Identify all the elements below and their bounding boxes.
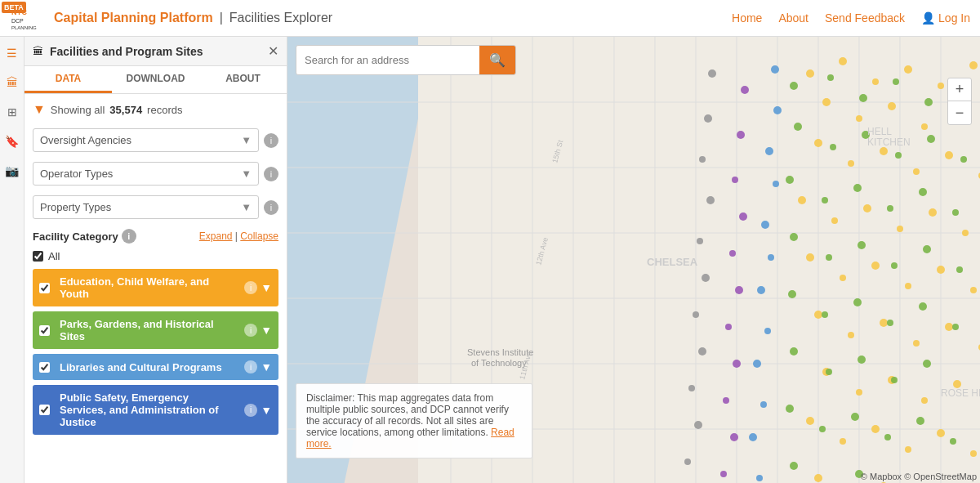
- svg-point-101: [858, 241, 866, 249]
- search-button[interactable]: 🔍: [479, 46, 515, 74]
- map-background: Stevens Institute of Technology CHELSEA …: [287, 37, 980, 483]
- svg-point-62: [945, 323, 953, 331]
- education-checkbox[interactable]: [39, 283, 50, 293]
- svg-point-60: [880, 319, 888, 327]
- parks-info-icon[interactable]: i: [244, 324, 257, 337]
- nav-home[interactable]: Home: [732, 11, 762, 25]
- icon-bar: ☰ 🏛 ⊞ 🔖 📷: [0, 37, 24, 483]
- facility-category-section: Facility Category i Expand | Collapse Al…: [33, 229, 278, 435]
- svg-point-123: [950, 438, 956, 445]
- svg-point-139: [756, 475, 763, 481]
- svg-point-141: [737, 131, 745, 139]
- facility-category-info-icon[interactable]: i: [122, 229, 136, 244]
- property-label: Property Types: [40, 201, 111, 213]
- icon-bar-building[interactable]: 🏛: [2, 73, 22, 92]
- svg-point-35: [888, 102, 896, 110]
- property-info-icon[interactable]: i: [264, 200, 278, 215]
- zoom-out-button[interactable]: −: [948, 101, 971, 124]
- parks-checkbox[interactable]: [39, 325, 50, 336]
- svg-point-79: [790, 82, 798, 90]
- svg-point-92: [786, 176, 794, 184]
- icon-bar-layers[interactable]: ⊞: [2, 102, 22, 122]
- svg-point-91: [960, 156, 967, 163]
- app-title: Capital Planning Platform: [54, 11, 213, 25]
- oversight-info-icon[interactable]: i: [264, 133, 278, 148]
- svg-point-150: [720, 471, 727, 477]
- icon-bar-menu[interactable]: ☰: [2, 43, 22, 63]
- svg-point-28: [839, 57, 847, 65]
- svg-point-59: [848, 332, 854, 338]
- svg-point-138: [749, 433, 757, 441]
- sidebar-content: ▼ Showing all 35,574 records Oversight A…: [24, 94, 287, 483]
- svg-text:ROSE HILL: ROSE HILL: [941, 387, 980, 399]
- category-parks: Parks, Gardens, and Historical Sites i ▼: [33, 311, 278, 349]
- safety-checkbox-area: [33, 385, 56, 435]
- operator-chevron-icon: ▼: [241, 168, 252, 180]
- svg-point-145: [735, 286, 743, 294]
- svg-point-130: [765, 147, 773, 155]
- svg-point-111: [952, 324, 959, 330]
- svg-point-158: [698, 347, 706, 356]
- safety-expand-icon[interactable]: ▼: [261, 404, 272, 417]
- svg-point-125: [790, 462, 798, 470]
- svg-point-109: [887, 320, 893, 326]
- parks-expand-icon[interactable]: ▼: [261, 324, 272, 337]
- svg-point-129: [773, 106, 782, 114]
- svg-point-156: [702, 274, 710, 282]
- svg-point-53: [840, 275, 846, 281]
- libraries-info-icon[interactable]: i: [244, 360, 257, 373]
- education-expand-icon[interactable]: ▼: [261, 281, 272, 294]
- safety-checkbox[interactable]: [39, 405, 50, 415]
- search-input[interactable]: [296, 47, 479, 73]
- icon-bar-camera[interactable]: 📷: [2, 161, 22, 181]
- education-checkbox-area: [33, 269, 56, 306]
- disclaimer-text: Disclaimer: This map aggregates data fro…: [306, 392, 509, 438]
- svg-point-99: [790, 233, 798, 241]
- education-info-icon[interactable]: i: [244, 281, 257, 294]
- property-dropdown[interactable]: Property Types ▼: [33, 195, 259, 219]
- oversight-dropdown[interactable]: Oversight Agencies ▼: [33, 128, 259, 152]
- parks-label: Parks, Gardens, and Historical Sites: [56, 311, 238, 349]
- svg-point-30: [904, 65, 912, 74]
- icon-bar-bookmark[interactable]: 🔖: [2, 132, 22, 151]
- svg-point-55: [905, 283, 911, 289]
- svg-point-151: [708, 69, 716, 78]
- zoom-in-button[interactable]: +: [948, 78, 971, 101]
- nav-feedback[interactable]: Send Feedback: [825, 11, 905, 25]
- tab-about[interactable]: ABOUT: [199, 66, 287, 93]
- libraries-expand-icon[interactable]: ▼: [261, 360, 272, 373]
- sidebar-close-button[interactable]: ✕: [268, 43, 278, 59]
- nav-login[interactable]: 👤 Log In: [921, 11, 970, 25]
- svg-point-27: [806, 69, 814, 78]
- category-education: Education, Child Welfare, and Youth i ▼: [33, 269, 278, 306]
- svg-point-71: [840, 438, 846, 445]
- record-count-suffix: records: [147, 104, 182, 116]
- tab-download[interactable]: DOWNLOAD: [112, 66, 199, 93]
- expand-link[interactable]: Expand: [199, 230, 233, 242]
- svg-point-110: [919, 302, 927, 311]
- libraries-checkbox[interactable]: [39, 362, 50, 373]
- svg-point-140: [741, 86, 749, 94]
- oversight-dropdown-row: Oversight Agencies ▼ i: [33, 128, 278, 152]
- tab-data[interactable]: DATA: [24, 66, 112, 93]
- nav-about[interactable]: About: [778, 11, 808, 25]
- svg-point-137: [760, 401, 767, 408]
- parks-checkbox-area: [33, 311, 56, 349]
- svg-point-118: [786, 405, 794, 413]
- svg-point-152: [704, 114, 712, 123]
- svg-point-75: [970, 450, 977, 457]
- safety-info-icon[interactable]: i: [244, 404, 257, 417]
- collapse-link[interactable]: Collapse: [240, 230, 278, 242]
- libraries-label: Libraries and Cultural Programs: [56, 354, 238, 380]
- map-area[interactable]: 🔍: [287, 37, 980, 483]
- all-label: All: [48, 250, 60, 262]
- expand-collapse: Expand | Collapse: [199, 230, 278, 242]
- map-attribution: © Mapbox © OpenStreetMap: [861, 472, 977, 481]
- operator-info-icon[interactable]: i: [264, 167, 278, 181]
- all-checkbox[interactable]: [33, 251, 43, 262]
- filter-icon: ▼: [33, 102, 46, 117]
- svg-point-102: [891, 262, 898, 269]
- svg-point-52: [806, 253, 814, 262]
- libraries-checkbox-area: [33, 354, 56, 380]
- operator-dropdown[interactable]: Operator Types ▼: [33, 162, 259, 186]
